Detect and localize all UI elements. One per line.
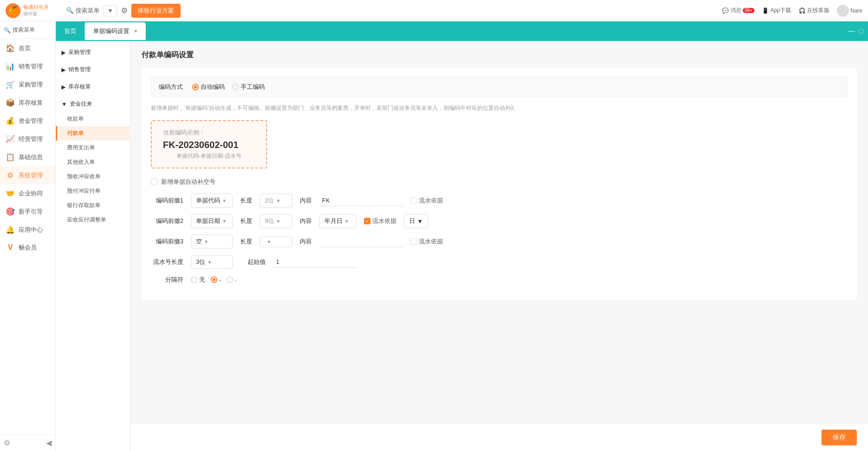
download-button[interactable]: 📱 App下载 xyxy=(762,7,791,14)
length3-select[interactable]: ▼ xyxy=(260,236,292,247)
user-profile[interactable]: Nare xyxy=(837,5,862,17)
sub-group-inventory-label: 库存核算 xyxy=(68,83,91,91)
auto-fill-label: 新增单据自动补空号 xyxy=(161,178,215,186)
sub-group-purchase-title[interactable]: ▶ 采购管理 xyxy=(56,45,130,60)
sidebar-item-label: 首页 xyxy=(19,44,31,53)
serial1-check[interactable]: 流水依据 xyxy=(410,196,443,205)
sep-dot2[interactable]: · xyxy=(227,276,237,283)
sidebar-item-home[interactable]: 🏠 首页 xyxy=(0,39,55,57)
sub-group-sales-title[interactable]: ▶ 销售管理 xyxy=(56,62,130,77)
preview-code: FK-20230602-001 xyxy=(163,140,255,150)
sidebar-item-cooperation[interactable]: 🤝 企业协同 xyxy=(0,184,55,202)
serial-length-select[interactable]: 3位 ▼ xyxy=(191,255,233,269)
encoding-radio-group: 自动编码 手工编码 xyxy=(192,83,265,91)
sidebar-item-guide[interactable]: 🎯 新手引导 xyxy=(0,202,55,221)
chevron-down-icon: ▼ xyxy=(276,198,281,203)
sidebar-item-operations[interactable]: 📈 经营管理 xyxy=(0,130,55,148)
sub-item-bank[interactable]: 银行存取款单 xyxy=(56,198,130,213)
auto-fill-checkbox[interactable] xyxy=(151,179,157,185)
chevron-down-icon: ▼ xyxy=(344,219,349,224)
radio-manual[interactable]: 手工编码 xyxy=(232,83,265,91)
collapse-icon[interactable]: ◀ xyxy=(46,438,52,447)
message-button[interactable]: 💬 消息 99+ xyxy=(722,7,754,14)
sub-item-adjustment[interactable]: 应收应付调整单 xyxy=(56,213,130,227)
content2-value: 年月日 xyxy=(324,217,343,225)
day-select[interactable]: 日 ▼ xyxy=(404,214,428,228)
topbar-dropdown[interactable]: ▼ xyxy=(103,5,117,16)
sidebar-item-vip[interactable]: V 畅会员 xyxy=(0,239,55,256)
sub-group-inventory-title[interactable]: ▶ 库存核算 xyxy=(56,79,130,94)
start-value-label: 起始值 xyxy=(248,258,266,266)
sep-dot1-label: - xyxy=(219,276,221,283)
sub-item-prepay-payable[interactable]: 预付冲应付单 xyxy=(56,184,130,198)
sub-sidebar: ▶ 采购管理 ▶ 销售管理 ▶ 库存核算 xyxy=(56,41,130,451)
sidebar-item-label: 新手引导 xyxy=(19,208,43,216)
sidebar-item-finance[interactable]: 💰 资金管理 xyxy=(0,112,55,130)
serial1-checkbox[interactable] xyxy=(410,197,417,204)
serial-length-value: 3位 xyxy=(196,258,205,266)
maximize-icon[interactable]: □ xyxy=(859,27,863,35)
sidebar-item-sales[interactable]: 📊 销售管理 xyxy=(0,57,55,75)
tab-bar-actions: — □ xyxy=(848,27,868,35)
industry-plan-button[interactable]: 体验行业方案 xyxy=(131,4,181,18)
length2-select[interactable]: 8位 ▼ xyxy=(260,214,292,228)
sub-group-funds-title[interactable]: ▼ 资金往来 xyxy=(56,96,130,112)
sidebar-item-inventory[interactable]: 📦 库存核算 xyxy=(0,94,55,112)
serial2-check[interactable]: ✓ 流水依据 xyxy=(364,217,397,225)
sidebar-item-system[interactable]: ⚙ 系统管理 xyxy=(0,166,55,184)
sub-item-receipt[interactable]: 收款单 xyxy=(56,112,130,126)
prefix2-select[interactable]: 单据日期 ▼ xyxy=(191,214,233,228)
topbar-search[interactable]: 🔍 搜索菜单 xyxy=(66,7,100,15)
service-icon: 🎧 xyxy=(799,7,806,14)
serial2-checkbox[interactable]: ✓ xyxy=(364,218,370,224)
serial-row: 流水号长度 3位 ▼ 起始值 xyxy=(151,255,848,269)
chevron-down-icon: ▼ xyxy=(207,260,212,265)
sidebar-search[interactable]: 🔍 搜索菜单 xyxy=(0,21,55,39)
tab-close-icon[interactable]: × xyxy=(134,28,137,34)
length3-label: 长度 xyxy=(240,237,252,246)
save-button[interactable]: 保存 xyxy=(821,430,857,445)
radio-manual-circle xyxy=(232,84,239,90)
tab-encoding[interactable]: 单据编码设置 × xyxy=(85,22,146,40)
tab-bar: 首页 单据编码设置 × — □ xyxy=(56,21,868,41)
sep-dot1[interactable]: - xyxy=(211,276,221,283)
length1-value: 2位 xyxy=(265,196,274,205)
content1-label: 内容 xyxy=(300,196,312,205)
length1-select[interactable]: 2位 ▼ xyxy=(260,194,292,208)
sub-item-other-income[interactable]: 其他收入单 xyxy=(56,155,130,169)
minimize-icon[interactable]: — xyxy=(848,27,855,35)
main: 首页 单据编码设置 × — □ ▶ 采购管理 xyxy=(56,21,868,451)
sep-none[interactable]: 无 xyxy=(191,276,205,284)
length1-label: 长度 xyxy=(240,196,252,205)
settings-bottom-icon[interactable]: ⚙ xyxy=(4,438,10,447)
guide-icon: 🎯 xyxy=(6,207,15,216)
prefix3-select[interactable]: 空 ▼ xyxy=(191,235,233,249)
sidebar-item-label: 库存核算 xyxy=(19,99,43,107)
bottom-bar: 保存 xyxy=(130,423,868,451)
sep-none-label: 无 xyxy=(199,276,205,284)
chevron-down-icon: ▼ xyxy=(417,218,423,225)
form-row-prefix1: 编码前缀1 单据代码 ▼ 长度 2位 ▼ 内容 xyxy=(151,194,848,208)
preview-sub: 单据代码-单据日期-流水号 xyxy=(163,152,255,160)
preview-label: 当前编码示例： xyxy=(163,129,205,136)
sub-item-prepay-receivable[interactable]: 预收冲应收单 xyxy=(56,169,130,184)
prefix1-select[interactable]: 单据代码 ▼ xyxy=(191,194,233,208)
serial3-check[interactable]: 流水依据 xyxy=(410,237,443,246)
sidebar-item-appstore[interactable]: 🔔 应用中心 xyxy=(0,221,55,239)
serial3-checkbox[interactable] xyxy=(410,238,417,245)
sub-item-payment[interactable]: 付款单 xyxy=(56,126,130,141)
sidebar: 🔍 搜索菜单 🏠 首页 📊 销售管理 🛒 采购管理 📦 库存核算 💰 资金管理 … xyxy=(0,21,56,451)
start-value-input[interactable] xyxy=(273,256,357,268)
tab-home[interactable]: 首页 xyxy=(56,22,85,40)
radio-auto[interactable]: 自动编码 xyxy=(192,83,225,91)
sub-item-expense[interactable]: 费用支出单 xyxy=(56,141,130,155)
content3-input[interactable] xyxy=(319,236,403,247)
length2-value: 8位 xyxy=(265,217,274,225)
topbar-gear-icon[interactable]: ⚙ xyxy=(121,6,128,15)
content2-select[interactable]: 年月日 ▼ xyxy=(319,214,357,228)
content1-input[interactable] xyxy=(319,195,403,206)
sidebar-item-basic[interactable]: 📋 基础信息 xyxy=(0,148,55,166)
separator-row: 分隔符 无 - xyxy=(151,276,848,284)
sidebar-item-purchase[interactable]: 🛒 采购管理 xyxy=(0,75,55,94)
service-button[interactable]: 🎧 在线客服 xyxy=(799,7,829,14)
